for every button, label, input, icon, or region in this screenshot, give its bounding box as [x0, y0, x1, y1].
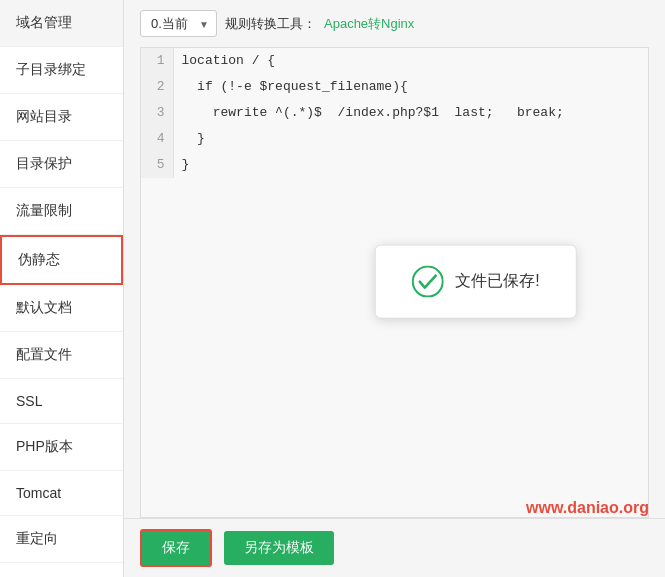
line-number: 5	[141, 152, 173, 178]
code-line-content: }	[173, 126, 648, 152]
sidebar: 域名管理 子目录绑定 网站目录 目录保护 流量限制 伪静态 默认文档 配置文件 …	[0, 0, 124, 577]
code-line-content: location / {	[173, 48, 648, 74]
main-content: 0.当前 规则转换工具： Apache转Nginx 1location / {2…	[124, 0, 665, 577]
code-line-content: }	[173, 152, 648, 178]
save-as-template-button[interactable]: 另存为模板	[224, 531, 334, 565]
sidebar-item-defaultdoc[interactable]: 默认文档	[0, 285, 123, 332]
bottom-bar: 保存 另存为模板	[124, 518, 665, 577]
watermark: www.daniao.org	[526, 499, 649, 517]
table-row: 3 rewrite ^(.*)$ /index.php?$1 last; bre…	[141, 100, 648, 126]
sidebar-item-pseudostatic[interactable]: 伪静态	[0, 235, 123, 285]
sidebar-item-subdir[interactable]: 子目录绑定	[0, 47, 123, 94]
table-row: 2 if (!-e $request_filename){	[141, 74, 648, 100]
sidebar-item-webdir[interactable]: 网站目录	[0, 94, 123, 141]
line-number: 4	[141, 126, 173, 152]
rule-label: 规则转换工具：	[225, 15, 316, 33]
table-row: 4 }	[141, 126, 648, 152]
check-icon	[411, 265, 443, 297]
toast-text: 文件已保存!	[455, 271, 539, 292]
sidebar-item-ratelimit[interactable]: 流量限制	[0, 188, 123, 235]
save-button[interactable]: 保存	[140, 529, 212, 567]
table-row: 1location / {	[141, 48, 648, 74]
rule-convert-link[interactable]: Apache转Nginx	[324, 15, 414, 33]
code-table: 1location / {2 if (!-e $request_filename…	[141, 48, 648, 178]
version-select[interactable]: 0.当前	[140, 10, 217, 37]
sidebar-item-ssl[interactable]: SSL	[0, 379, 123, 424]
table-row: 5}	[141, 152, 648, 178]
toast-notification: 文件已保存!	[374, 244, 576, 318]
code-line-content: rewrite ^(.*)$ /index.php?$1 last; break…	[173, 100, 648, 126]
sidebar-item-configfile[interactable]: 配置文件	[0, 332, 123, 379]
select-wrapper: 0.当前	[140, 10, 217, 37]
topbar: 0.当前 规则转换工具： Apache转Nginx	[124, 0, 665, 47]
code-line-content: if (!-e $request_filename){	[173, 74, 648, 100]
sidebar-item-tomcat[interactable]: Tomcat	[0, 471, 123, 516]
sidebar-item-redirect[interactable]: 重定向	[0, 516, 123, 563]
line-number: 1	[141, 48, 173, 74]
sidebar-item-domain[interactable]: 域名管理	[0, 0, 123, 47]
sidebar-item-phpver[interactable]: PHP版本	[0, 424, 123, 471]
sidebar-item-dirprotect[interactable]: 目录保护	[0, 141, 123, 188]
svg-point-0	[412, 266, 442, 296]
line-number: 2	[141, 74, 173, 100]
line-number: 3	[141, 100, 173, 126]
